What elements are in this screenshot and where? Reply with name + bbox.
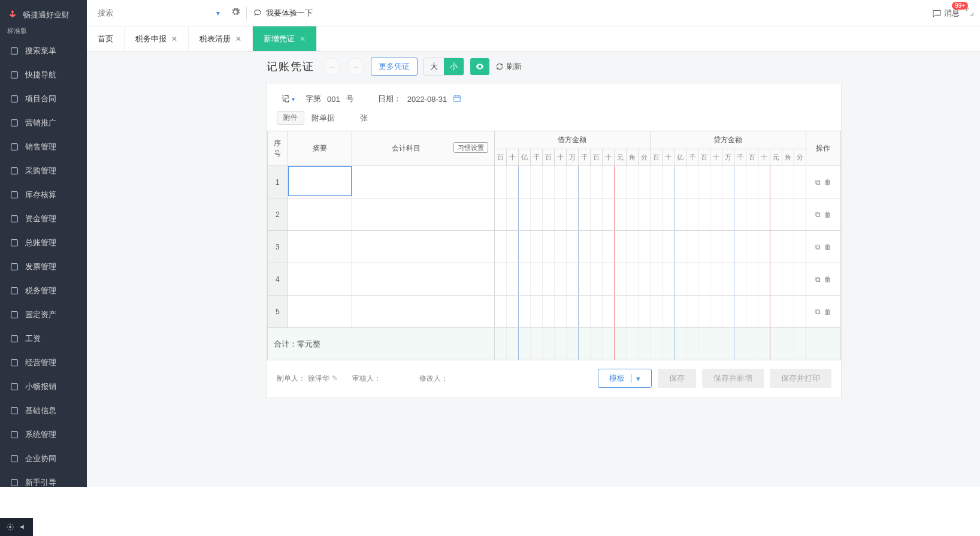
money-cell[interactable]	[590, 166, 602, 198]
sidebar-item-doc[interactable]: 项目合同	[0, 87, 87, 111]
money-cell[interactable]	[710, 231, 722, 263]
preview-button[interactable]	[470, 58, 489, 75]
sidebar-item-system[interactable]: 系统管理	[0, 423, 87, 447]
money-cell[interactable]	[578, 296, 590, 328]
money-cell[interactable]	[542, 231, 554, 263]
money-cell[interactable]	[614, 296, 626, 328]
summary-input[interactable]	[288, 166, 352, 196]
money-cell[interactable]	[710, 296, 722, 328]
money-cell[interactable]	[674, 263, 686, 296]
money-cell[interactable]	[746, 231, 758, 263]
money-cell[interactable]	[710, 263, 722, 296]
money-cell[interactable]	[506, 231, 518, 263]
money-cell[interactable]	[530, 263, 542, 296]
message-button[interactable]: 消息 99+	[932, 8, 960, 19]
money-cell[interactable]	[638, 231, 650, 263]
add-row-icon[interactable]: ⧉	[815, 308, 821, 316]
money-cell[interactable]	[494, 166, 506, 198]
money-cell[interactable]	[782, 198, 794, 231]
money-cell[interactable]	[674, 166, 686, 198]
money-cell[interactable]	[542, 296, 554, 328]
money-cell[interactable]	[554, 198, 566, 231]
prev-button[interactable]: ←	[323, 58, 341, 76]
account-cell[interactable]	[352, 263, 494, 296]
attach-button[interactable]: 附件	[277, 111, 304, 125]
account-cell[interactable]	[352, 296, 494, 328]
sidebar-item-guide[interactable]: 新手引导	[0, 471, 87, 487]
money-cell[interactable]	[770, 296, 782, 328]
money-cell[interactable]	[782, 166, 794, 198]
tab-税务申报[interactable]: 税务申报✕	[125, 26, 189, 51]
save-button[interactable]: 保存	[658, 369, 696, 388]
money-cell[interactable]	[758, 166, 770, 198]
money-cell[interactable]	[590, 198, 602, 231]
money-cell[interactable]	[782, 263, 794, 296]
money-cell[interactable]	[554, 166, 566, 198]
close-icon[interactable]: ✕	[300, 35, 306, 43]
money-cell[interactable]	[518, 231, 530, 263]
money-cell[interactable]	[602, 166, 614, 198]
money-cell[interactable]	[746, 263, 758, 296]
money-cell[interactable]	[638, 296, 650, 328]
money-cell[interactable]	[770, 263, 782, 296]
money-cell[interactable]	[530, 296, 542, 328]
sidebar-item-ledger[interactable]: 总账管理	[0, 231, 87, 255]
add-row-icon[interactable]: ⧉	[815, 243, 821, 251]
money-cell[interactable]	[782, 296, 794, 328]
money-cell[interactable]	[746, 198, 758, 231]
delete-row-icon[interactable]: 🗑	[824, 178, 831, 186]
summary-cell[interactable]	[288, 296, 352, 328]
money-cell[interactable]	[662, 166, 674, 198]
sidebar-item-home[interactable]: 快捷导航	[0, 63, 87, 87]
size-large-button[interactable]: 大	[424, 58, 444, 75]
calendar-icon[interactable]	[453, 94, 461, 104]
money-cell[interactable]	[638, 198, 650, 231]
money-cell[interactable]	[650, 198, 662, 231]
money-cell[interactable]	[494, 231, 506, 263]
money-cell[interactable]	[722, 166, 734, 198]
money-cell[interactable]	[638, 263, 650, 296]
money-cell[interactable]	[770, 198, 782, 231]
size-small-button[interactable]: 小	[444, 58, 464, 75]
sidebar-item-gift[interactable]: 营销推广	[0, 111, 87, 135]
money-cell[interactable]	[566, 231, 578, 263]
money-cell[interactable]	[650, 263, 662, 296]
money-cell[interactable]	[710, 166, 722, 198]
money-cell[interactable]	[578, 231, 590, 263]
money-cell[interactable]	[614, 198, 626, 231]
money-cell[interactable]	[518, 263, 530, 296]
voucher-number[interactable]: 001	[327, 95, 340, 104]
expand-icon[interactable]	[966, 8, 974, 18]
voucher-type-select[interactable]: 记 ▾	[277, 92, 300, 106]
delete-row-icon[interactable]: 🗑	[824, 275, 831, 284]
delete-row-icon[interactable]: 🗑	[824, 243, 831, 251]
money-cell[interactable]	[602, 296, 614, 328]
money-cell[interactable]	[686, 231, 698, 263]
tab-税表清册[interactable]: 税表清册✕	[189, 26, 253, 51]
tab-新增凭证[interactable]: 新增凭证✕	[253, 26, 317, 51]
habit-settings-button[interactable]: 习惯设置	[453, 142, 488, 153]
money-cell[interactable]	[734, 166, 746, 198]
money-cell[interactable]	[674, 296, 686, 328]
refresh-button[interactable]: 刷新	[495, 61, 522, 72]
money-cell[interactable]	[578, 198, 590, 231]
money-cell[interactable]	[566, 296, 578, 328]
add-row-icon[interactable]: ⧉	[815, 210, 821, 219]
account-cell[interactable]	[352, 166, 494, 198]
money-cell[interactable]	[686, 166, 698, 198]
money-cell[interactable]	[494, 198, 506, 231]
save-new-button[interactable]: 保存并新增	[702, 369, 764, 388]
money-cell[interactable]	[794, 231, 806, 263]
sidebar-item-search[interactable]: 搜索菜单	[0, 39, 87, 63]
more-voucher-button[interactable]: 更多凭证	[371, 58, 418, 76]
edit-icon[interactable]: ✎	[332, 374, 338, 383]
money-cell[interactable]	[602, 263, 614, 296]
sidebar-item-biz[interactable]: 经营管理	[0, 351, 87, 375]
money-cell[interactable]	[734, 231, 746, 263]
try-button[interactable]: 我要体验一下	[253, 8, 313, 19]
search-input[interactable]	[98, 8, 216, 17]
gear-icon[interactable]	[231, 7, 240, 19]
money-cell[interactable]	[662, 263, 674, 296]
sidebar-item-team[interactable]: 企业协同	[0, 447, 87, 471]
money-cell[interactable]	[554, 263, 566, 296]
